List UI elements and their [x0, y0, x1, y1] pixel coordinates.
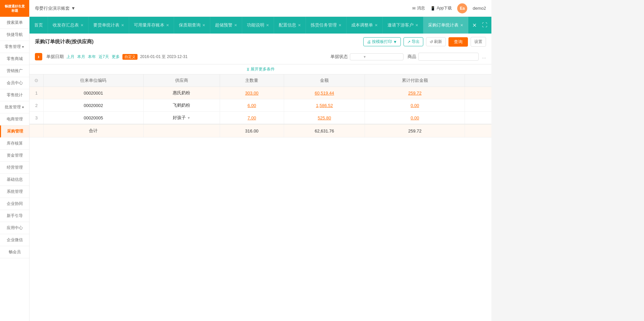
tab-order-stats-label: 要货单统计表 — [93, 22, 119, 28]
sidebar-item-marketing[interactable]: 营销推广 — [0, 65, 29, 77]
col-settings: ⚙ — [30, 74, 44, 87]
row3-qty[interactable]: 7.00 — [220, 112, 284, 124]
row1-paid-link[interactable]: 259.72 — [408, 91, 422, 96]
tab-config[interactable]: 配置信息 ✕ — [274, 17, 306, 34]
sidebar-shortcut[interactable]: 快捷导航 — [0, 29, 29, 41]
export-icon: ↗ — [407, 40, 411, 44]
row2-amount-link[interactable]: 1,586.52 — [316, 103, 333, 108]
row1-paid[interactable]: 259.72 — [365, 87, 465, 99]
header-action-btns: 🖨 按模板打印 ▼ ↗ 导出 ↺ 刷新 查询 设置 — [363, 37, 486, 47]
workspace-selector[interactable]: 母婴行业演示账套 ▼ — [35, 5, 75, 11]
row2-amount[interactable]: 1,586.52 — [284, 99, 365, 112]
row3-amount[interactable]: 525.80 — [284, 112, 365, 124]
tab-close-11[interactable]: ✕ — [460, 23, 463, 28]
row3-supplier: 好孩子▼ — [143, 112, 220, 124]
settings-button[interactable]: 设置 — [471, 37, 486, 47]
tab-close-6[interactable]: ✕ — [266, 23, 269, 28]
tab-close-2[interactable]: ✕ — [121, 23, 124, 28]
status-dropdown-arrow-icon: ▼ — [363, 55, 366, 59]
sidebar-item-purchase[interactable]: 采购管理 — [0, 125, 29, 138]
tab-close-4[interactable]: ✕ — [202, 23, 205, 28]
gear-icon[interactable]: ⚙ — [34, 78, 39, 83]
message-button[interactable]: ✉ 消息 — [412, 5, 425, 11]
footer-empty1 — [30, 124, 44, 138]
query-button[interactable]: 查询 — [448, 37, 468, 47]
tab-order-stats[interactable]: 要货单统计表 ✕ — [89, 17, 129, 34]
row1-amount-link[interactable]: 60,519.44 — [315, 91, 334, 96]
sidebar-item-basic[interactable]: 基础信息 — [0, 174, 29, 186]
sidebar-item-retail-mall[interactable]: 零售商城 — [0, 53, 29, 65]
tab-close-3[interactable]: ✕ — [166, 23, 169, 28]
tab-home[interactable]: 首页 — [30, 17, 48, 34]
row3-code: 00020005 — [44, 112, 144, 124]
row3-amount-link[interactable]: 525.80 — [318, 115, 331, 120]
tab-overstock[interactable]: 超储预警 ✕ — [210, 17, 242, 34]
tab-pick-task[interactable]: 拣货任务管理 ✕ — [306, 17, 346, 34]
row1-qty[interactable]: 303.00 — [220, 87, 284, 99]
tab-receive-send[interactable]: 收发存汇总表 ✕ — [48, 17, 89, 34]
tab-purchase-summary[interactable]: 采购订单统计表 ✕ — [423, 17, 468, 34]
row1-qty-link[interactable]: 303.00 — [245, 91, 259, 96]
expand-more-button[interactable]: ⊻ 展开更多条件 — [247, 66, 275, 72]
template-print-button[interactable]: 🖨 按模板打印 ▼ — [363, 37, 401, 46]
tab-close-8[interactable]: ✕ — [338, 23, 341, 28]
tab-close-7[interactable]: ✕ — [298, 23, 301, 28]
main-area: 母婴行业演示账套 ▼ ✉ 消息 📱 App下载 Ea demo2 首页 — [30, 0, 491, 321]
sidebar-item-operation[interactable]: 经营管理 — [0, 162, 29, 174]
app-download-button[interactable]: 📱 App下载 — [430, 5, 452, 11]
tab-close-1[interactable]: ✕ — [80, 23, 84, 28]
app-icon: 📱 — [430, 6, 435, 11]
sidebar-item-finance[interactable]: 资金管理 — [0, 150, 29, 162]
export-button[interactable]: ↗ 导出 — [404, 37, 423, 46]
tab-expiry[interactable]: 保质期查询 ✕ — [174, 17, 210, 34]
goods-search-input[interactable] — [418, 53, 479, 61]
sidebar-item-newguide[interactable]: 新手引导 — [0, 210, 29, 222]
sidebar-item-ecommerce[interactable]: 电商管理 — [0, 113, 29, 125]
shortcut-this-month[interactable]: 本月 — [77, 54, 85, 60]
sidebar-search[interactable]: 搜索菜单 — [0, 17, 29, 29]
refresh-button[interactable]: ↺ 刷新 — [426, 37, 446, 46]
tab-config-label: 配置信息 — [279, 22, 296, 28]
tab-close-10[interactable]: ✕ — [415, 23, 418, 28]
status-dropdown[interactable]: ▼ — [350, 53, 404, 60]
sidebar-item-retail-mgmt[interactable]: 零售管理▼ — [0, 41, 29, 53]
table-header-row: ⚙ 往来单位编码 供应商 主数量 金额 累计付款金额 — [30, 74, 491, 87]
tab-available-stock[interactable]: 可用量库存账本 ✕ — [129, 17, 174, 34]
message-icon: ✉ — [412, 6, 416, 11]
sidebar-item-system[interactable]: 系统管理 — [0, 186, 29, 198]
row2-paid-link[interactable]: 0.00 — [411, 103, 419, 108]
row1-amount[interactable]: 60,519.44 — [284, 87, 365, 99]
avatar[interactable]: Ea — [457, 3, 467, 13]
custom-date-tag[interactable]: 自定义 — [122, 54, 138, 60]
tab-feature[interactable]: 功能说明 ✕ — [242, 17, 274, 34]
shortcut-last-month[interactable]: 上月 — [66, 54, 74, 60]
sidebar-item-wecom[interactable]: 企业微信 — [0, 234, 29, 246]
shortcut-more[interactable]: 更多 — [112, 54, 120, 60]
sidebar-item-wholesale[interactable]: 批发管理▼ — [0, 101, 29, 113]
row3-qty-link[interactable]: 7.00 — [248, 115, 256, 120]
fullscreen-btn[interactable]: ⛶ — [481, 21, 489, 30]
row2-qty-link[interactable]: 6.00 — [248, 103, 256, 108]
tab-close-5[interactable]: ✕ — [234, 23, 237, 28]
filter-toggle-button[interactable]: › — [35, 53, 42, 60]
sidebar-item-appcenter[interactable]: 应用中心 — [0, 222, 29, 234]
sidebar-item-member[interactable]: 会员中心 — [0, 77, 29, 89]
row3-paid-link[interactable]: 0.00 — [411, 115, 419, 120]
shortcut-7days[interactable]: 近7天 — [99, 54, 109, 60]
row3-paid[interactable]: 0.00 — [365, 112, 465, 124]
tab-invite-customer[interactable]: 邀请下游客户 ✕ — [383, 17, 423, 34]
more-options-icon[interactable]: ... — [482, 54, 486, 59]
tab-close-9[interactable]: ✕ — [375, 23, 378, 28]
sidebar-item-retail-stats[interactable]: 零售统计 — [0, 89, 29, 101]
shortcut-this-year[interactable]: 本年 — [88, 54, 96, 60]
user-name[interactable]: demo2 — [473, 6, 486, 11]
sidebar-item-inventory[interactable]: 库存核算 — [0, 138, 29, 150]
close-tab-btn[interactable]: ✕ — [471, 21, 478, 30]
row2-supplier: 飞鹤奶粉 — [143, 99, 220, 112]
sidebar-item-changhui[interactable]: 畅会员 — [0, 246, 29, 258]
nav-tabs-bar: 首页 收发存汇总表 ✕ 要货单统计表 ✕ 可用量库存账本 ✕ 保质期查询 ✕ — [30, 17, 491, 34]
sidebar-item-collab[interactable]: 企业协同 — [0, 198, 29, 210]
row2-qty[interactable]: 6.00 — [220, 99, 284, 112]
row2-paid[interactable]: 0.00 — [365, 99, 465, 112]
tab-cost-adjust[interactable]: 成本调整单 ✕ — [346, 17, 383, 34]
